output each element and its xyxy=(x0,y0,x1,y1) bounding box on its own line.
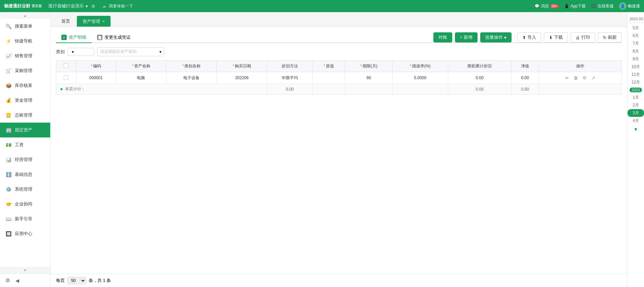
month-11[interactable]: 11月 xyxy=(627,71,644,78)
user-avatar-area[interactable]: 👤 畅捷通 xyxy=(619,2,640,10)
category-select[interactable]: ▾ xyxy=(67,48,94,56)
subtotal-actions xyxy=(539,84,622,95)
logo-text: 畅捷通好业财 xyxy=(4,3,30,9)
import-icon: ⬆ xyxy=(522,35,526,40)
sidebar-item-apps[interactable]: 🔲 应用中心 xyxy=(0,226,50,241)
delete-icon[interactable]: 🗑 xyxy=(573,74,579,81)
row-select-checkbox[interactable] xyxy=(64,75,68,80)
th-net-value: 净值 xyxy=(511,61,539,72)
edit-icon[interactable]: ✏ xyxy=(564,74,571,81)
online-service-btn[interactable]: 🎧 在线客服 xyxy=(591,3,614,9)
sidebar-item-label: 快捷导航 xyxy=(15,38,32,44)
sub-tab-change-voucher-label: 变更生成凭证 xyxy=(104,34,131,40)
sidebar-item-basic-info[interactable]: ℹ️ 基础信息 xyxy=(0,167,50,182)
import-btn[interactable]: ⬆ 导入 xyxy=(517,32,541,42)
subtotal-text: 本页小计： xyxy=(65,87,85,91)
content-area: 首页 资产管理 ✕ ≡ 资产明细 📄 变更生成凭证 对 xyxy=(51,12,627,287)
tab-home-label: 首页 xyxy=(61,18,70,24)
sidebar-item-inventory[interactable]: 📦 库存核算 xyxy=(0,78,50,93)
messages-btn[interactable]: 💬 消息 99+ xyxy=(534,3,559,9)
sidebar-item-search[interactable]: 🔍 搜索菜单 xyxy=(0,19,50,34)
salary-icon: 💵 xyxy=(5,142,11,148)
settings-bottom-icon[interactable]: ⚙ xyxy=(5,277,10,284)
month-4[interactable]: 4月 xyxy=(627,117,644,125)
sidebar-item-system[interactable]: ⚙️ 系统管理 xyxy=(0,182,50,197)
th-residual-rate: *残值率(%) xyxy=(393,61,448,72)
asset-detail-icon: ≡ xyxy=(61,35,67,40)
sub-tab-asset-detail[interactable]: ≡ 资产明细 xyxy=(56,32,92,43)
tab-asset-mgmt[interactable]: 资产管理 ✕ xyxy=(77,16,111,27)
message-icon: 💬 xyxy=(534,4,540,8)
row-period: 60 xyxy=(345,72,393,84)
topbar: 畅捷通好业财 普及版 医疗器械行业演示 ▾ ⚙ ☁ 我要体验一下 💬 消息 99… xyxy=(0,0,644,12)
refresh-btn[interactable]: ↻ 刷新 xyxy=(598,32,622,42)
tab-home[interactable]: 首页 xyxy=(56,16,75,27)
new-btn[interactable]: + 新增 xyxy=(455,32,478,42)
sidebar-item-enterprise[interactable]: 🤝 企业协同 xyxy=(0,197,50,212)
month-7[interactable]: 7月 xyxy=(627,40,644,47)
download-btn[interactable]: ⬇ 下载 xyxy=(544,32,568,42)
tabbar: 首页 资产管理 ✕ xyxy=(51,12,627,27)
month-2[interactable]: 2月 xyxy=(627,101,644,109)
select-all-checkbox[interactable] xyxy=(64,63,68,68)
company-selector[interactable]: 医疗器械行业演示 ▾ ⚙ xyxy=(49,3,95,9)
app-download-btn[interactable]: 📱 App下载 xyxy=(564,3,586,9)
sidebar-item-fixed-assets[interactable]: 🏢 固定资产 xyxy=(0,123,50,137)
experience-btn-area[interactable]: ☁ 我要体验一下 xyxy=(102,3,534,9)
tab-close-icon[interactable]: ✕ xyxy=(102,20,105,23)
sidebar-item-capital[interactable]: 💰 资金管理 xyxy=(0,93,50,108)
row-purchase-date: 202206 xyxy=(217,72,267,84)
month-8[interactable]: 8月 xyxy=(627,47,644,55)
print-btn[interactable]: 🖨 打印 xyxy=(571,32,595,42)
subtotal-net: 0.00 xyxy=(511,84,539,95)
down-arrow-icon[interactable]: ▼ xyxy=(634,127,638,132)
message-label: 消息 xyxy=(541,3,549,9)
month-10[interactable]: 10月 xyxy=(627,63,644,71)
settings-icon[interactable]: ⚙ xyxy=(91,4,95,9)
month-6[interactable]: 6月 xyxy=(627,32,644,40)
sidebar-item-quick-nav[interactable]: ⚡ 快捷导航 xyxy=(0,34,50,49)
batch-dropdown-icon: ▾ xyxy=(504,35,507,40)
sidebar-scroll-up[interactable]: ▲ xyxy=(0,12,50,19)
service-icon: 🎧 xyxy=(591,4,596,8)
row-actions: ✏ 🗑 ⧉ ↗ xyxy=(539,72,622,84)
category-type-select[interactable]: 请选择固定资产类别 ▾ xyxy=(97,47,164,56)
month-3-current[interactable]: 3月 xyxy=(627,109,644,117)
sidebar-item-purchase[interactable]: 🛒 采购管理 xyxy=(0,63,50,78)
row-code: 000001 xyxy=(76,72,116,84)
sidebar-item-guide[interactable]: 📖 新手引导 xyxy=(0,212,50,226)
sidebar-item-sales[interactable]: 📈 销售管理 xyxy=(0,49,50,63)
per-page-label: 每页 xyxy=(56,278,65,284)
year-btn[interactable]: 2023 xyxy=(630,88,642,92)
purchase-icon: 🛒 xyxy=(5,68,11,74)
download-label: 下载 xyxy=(554,34,563,40)
reconcile-btn[interactable]: 对账 xyxy=(433,32,452,42)
sidebar-scroll-down[interactable]: ▼ xyxy=(0,267,50,274)
sidebar-item-operations[interactable]: 📊 经营管理 xyxy=(0,152,50,167)
subtotal-icon: ■ xyxy=(60,87,63,91)
more-icon[interactable]: ↗ xyxy=(590,74,597,81)
sidebar-item-salary[interactable]: 💵 工资 xyxy=(0,137,50,152)
quick-nav-icon: ⚡ xyxy=(5,38,11,44)
main-layout: ▲ 🔍 搜索菜单 ⚡ 快捷导航 📈 销售管理 🛒 采购管理 📦 库存核算 xyxy=(0,12,644,287)
sidebar-item-label: 资金管理 xyxy=(15,97,32,103)
guide-icon: 📖 xyxy=(5,216,11,222)
sub-tab-change-voucher[interactable]: 📄 变更生成凭证 xyxy=(92,32,136,43)
page-size-select[interactable]: 50 100 200 xyxy=(67,277,86,284)
collapse-icon[interactable]: ◀ xyxy=(16,278,19,283)
tab-asset-mgmt-label: 资产管理 xyxy=(83,19,100,25)
right-panel-top: 2023.03 ✕ ⤢ xyxy=(627,15,644,23)
th-accum-depreciation: 期初累计折旧 xyxy=(448,61,511,72)
month-12[interactable]: 12月 xyxy=(627,78,644,86)
row-original-value xyxy=(312,72,345,84)
change-voucher-icon: 📄 xyxy=(97,35,102,40)
refresh-label: 刷新 xyxy=(608,34,617,40)
month-1[interactable]: 1月 xyxy=(627,94,644,101)
sidebar-item-ledger[interactable]: 📒 总账管理 xyxy=(0,108,50,123)
copy-icon[interactable]: ⧉ xyxy=(581,74,588,81)
batch-ops-btn[interactable]: 批量操作 ▾ xyxy=(480,32,512,42)
month-5[interactable]: 5月 xyxy=(627,24,644,32)
print-icon: 🖨 xyxy=(576,35,580,40)
month-9[interactable]: 9月 xyxy=(627,55,644,63)
import-label: 导入 xyxy=(527,34,536,40)
